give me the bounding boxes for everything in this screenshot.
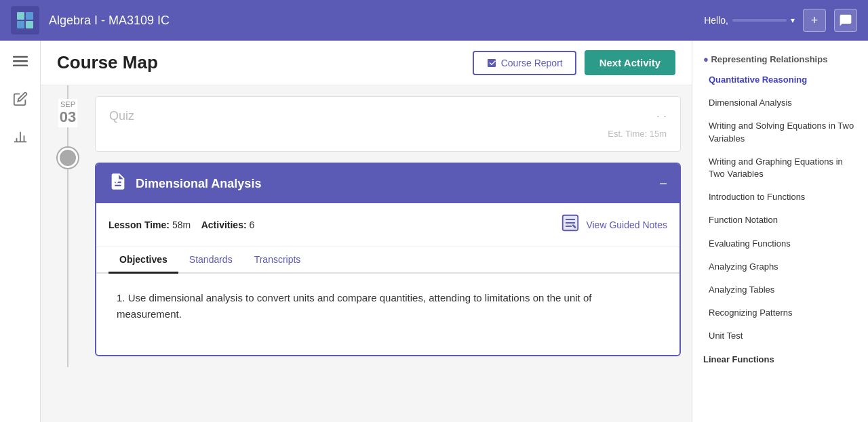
timeline-day: 03 (60, 108, 76, 126)
rs-section-footer: Linear Functions (692, 347, 868, 368)
activities-value: 6 (250, 219, 255, 230)
rs-item-intro-functions[interactable]: Introduction to Functions (692, 186, 868, 209)
lesson-header-left: Dimensional Analysis (108, 172, 261, 195)
svg-rect-4 (13, 56, 28, 58)
tab-transcripts[interactable]: Transcripts (243, 247, 312, 274)
quiz-card-title: Quiz (109, 109, 134, 123)
user-dropdown-arrow[interactable]: ▾ (791, 16, 795, 25)
timeline-area: SEP 03 Quiz · · Est. Time: 15m (41, 85, 692, 367)
svg-rect-6 (13, 65, 28, 66)
svg-rect-2 (17, 21, 24, 28)
header-buttons: Course Report Next Activity (473, 50, 675, 75)
rs-item-writing-solving[interactable]: Writing and Solving Equations in Two Var… (692, 114, 868, 150)
activities-label: Activities: (201, 219, 247, 230)
rs-item-writing-graphing[interactable]: Writing and Graphing Equations in Two Va… (692, 150, 868, 186)
view-notes-label: View Guided Notes (586, 219, 667, 230)
quiz-est-time: Est. Time: 15m (608, 129, 667, 139)
sidebar-chart-icon[interactable] (8, 125, 33, 149)
tab-standards[interactable]: Standards (178, 247, 243, 274)
rs-item-analyzing-graphs[interactable]: Analyzing Graphs (692, 255, 868, 278)
left-sidebar (0, 41, 41, 422)
header-actions: Hello, ▾ + (704, 9, 857, 32)
course-title: Algebra I - MA3109 IC (49, 14, 704, 28)
objective-item-1: 1. Use dimensional analysis to convert u… (117, 290, 659, 322)
lesson-meta: Lesson Time: 58m Activities: 6 (96, 203, 679, 247)
rs-item-function-notation[interactable]: Function Notation (692, 209, 868, 232)
timeline-date: SEP 03 (58, 99, 77, 127)
lesson-time-value: 58m (172, 219, 191, 230)
user-name-display (732, 19, 787, 22)
lesson-tabs: Objectives Standards Transcripts (96, 247, 679, 274)
lesson-card-header: Dimensional Analysis − (96, 164, 679, 203)
page-title: Course Map (57, 52, 158, 73)
lesson-card: Dimensional Analysis − Lesson Time: 58m … (95, 163, 681, 356)
quiz-dots: · · (608, 109, 667, 123)
timeline-month: SEP (60, 100, 76, 108)
notification-button[interactable] (834, 9, 857, 32)
svg-rect-1 (26, 12, 33, 20)
quiz-card-right: · · Est. Time: 15m (608, 109, 667, 139)
svg-rect-0 (17, 12, 24, 20)
lesson-meta-info: Lesson Time: 58m Activities: 6 (108, 219, 254, 230)
rs-items-container: Quantitative ReasoningDimensional Analys… (692, 68, 868, 347)
svg-rect-5 (13, 60, 28, 62)
right-sidebar: Representing Relationships Quantitative … (692, 41, 868, 422)
rs-item-quantitative-reasoning[interactable]: Quantitative Reasoning (692, 68, 868, 91)
lesson-time-label: Lesson Time: (108, 219, 170, 230)
page-header: Course Map Course Report Next Activity (41, 41, 692, 85)
rs-section-title: Representing Relationships (692, 49, 868, 68)
hello-label: Hello, ▾ (704, 15, 795, 26)
course-report-button[interactable]: Course Report (473, 51, 576, 75)
rs-item-analyzing-tables[interactable]: Analyzing Tables (692, 278, 868, 301)
lesson-card-icon (108, 172, 127, 195)
cards-column: Quiz · · Est. Time: 15m (95, 85, 692, 367)
rs-item-recognizing-patterns[interactable]: Recognizing Patterns (692, 301, 868, 324)
content-area: Course Map Course Report Next Activity S… (41, 41, 692, 422)
app-logo (11, 6, 39, 35)
lesson-title: Dimensional Analysis (136, 177, 261, 191)
rs-item-evaluating-functions[interactable]: Evaluating Functions (692, 232, 868, 255)
lesson-objectives-content: 1. Use dimensional analysis to convert u… (96, 274, 679, 355)
sidebar-edit-icon[interactable] (8, 87, 33, 111)
sidebar-menu-icon[interactable] (8, 49, 33, 73)
main-layout: Course Map Course Report Next Activity S… (0, 41, 868, 422)
rs-item-dimensional-analysis[interactable]: Dimensional Analysis (692, 91, 868, 114)
notes-icon (560, 213, 580, 237)
quiz-card[interactable]: Quiz · · Est. Time: 15m (95, 96, 681, 152)
next-activity-button[interactable]: Next Activity (585, 50, 675, 75)
add-button[interactable]: + (803, 9, 826, 32)
rs-item-unit-test[interactable]: Unit Test (692, 324, 868, 347)
view-guided-notes-button[interactable]: View Guided Notes (560, 213, 667, 237)
lesson-minimize-button[interactable]: − (659, 176, 667, 192)
svg-rect-3 (26, 21, 33, 28)
timeline: SEP 03 (41, 85, 95, 367)
top-header: Algebra I - MA3109 IC Hello, ▾ + (0, 0, 868, 41)
tab-objectives[interactable]: Objectives (108, 247, 178, 274)
timeline-dot (58, 148, 78, 168)
